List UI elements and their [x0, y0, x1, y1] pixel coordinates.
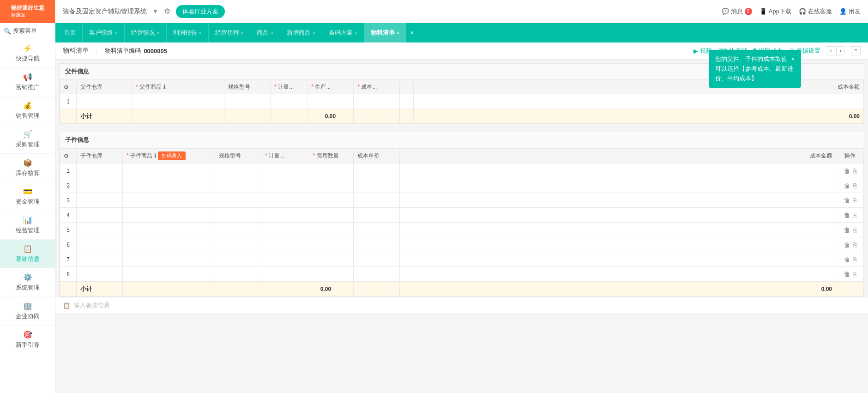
child-unit-8[interactable]	[261, 267, 298, 282]
child-warehouse-8[interactable]	[77, 267, 123, 282]
tab-bom-close[interactable]: ×	[397, 30, 399, 36]
tab-ops-status-close[interactable]: ×	[157, 30, 160, 36]
parent-warehouse-cell[interactable]	[77, 94, 132, 109]
child-quantity-8[interactable]	[298, 267, 354, 282]
copy-row-btn-1[interactable]: ⎘	[853, 167, 856, 175]
child-spec-4[interactable]	[215, 208, 261, 223]
prev-record-btn[interactable]: ‹	[827, 46, 835, 55]
child-quantity-4[interactable]	[298, 208, 354, 223]
sidebar-item-sales[interactable]: 💰 销售管理	[0, 97, 55, 125]
child-warehouse-1[interactable]	[77, 163, 123, 178]
delete-row-btn-8[interactable]: 🗑	[844, 271, 850, 278]
parent-cost-cell[interactable]	[354, 94, 400, 109]
copy-row-btn-8[interactable]: ⎘	[853, 271, 856, 278]
child-spec-3[interactable]	[215, 193, 261, 208]
sidebar-item-finance[interactable]: 💳 资金管理	[0, 182, 55, 211]
tab-customer[interactable]: 客户联络 ×	[83, 23, 125, 42]
tab-barcode-close[interactable]: ×	[355, 30, 357, 36]
child-unit-cost-4[interactable]	[354, 208, 400, 223]
child-unit-6[interactable]	[261, 237, 298, 252]
sidebar-item-quick-nav[interactable]: ⚡ 快捷导航	[0, 39, 55, 68]
message-btn[interactable]: 💬 消息 6	[722, 7, 752, 16]
child-spec-6[interactable]	[215, 237, 261, 252]
next-record-btn[interactable]: ›	[836, 46, 844, 55]
tab-profit[interactable]: 利润报告 ×	[167, 23, 209, 42]
child-quantity-2[interactable]	[298, 178, 354, 193]
child-product-7[interactable]	[123, 252, 215, 267]
tab-add-goods[interactable]: 新增商品 ×	[280, 23, 322, 42]
child-warehouse-6[interactable]	[77, 237, 123, 252]
child-unit-7[interactable]	[261, 252, 298, 267]
close-all-tabs[interactable]: ×	[406, 29, 417, 36]
copy-row-btn-7[interactable]: ⎘	[853, 256, 856, 263]
tab-ops-history-close[interactable]: ×	[241, 30, 244, 36]
child-spec-1[interactable]	[215, 163, 261, 178]
child-warehouse-7[interactable]	[77, 252, 123, 267]
child-product-1[interactable]	[123, 163, 215, 178]
sidebar-item-system[interactable]: ⚙️ 系统管理	[0, 268, 55, 297]
tab-profit-close[interactable]: ×	[199, 30, 202, 36]
list-view-btn[interactable]: ≡	[851, 46, 861, 55]
settings-icon[interactable]: ⚙	[164, 7, 170, 16]
child-unit-cost-7[interactable]	[354, 252, 400, 267]
parent-spec-cell[interactable]	[224, 94, 271, 109]
tab-home[interactable]: 首页	[57, 23, 83, 42]
child-product-3[interactable]	[123, 193, 215, 208]
copy-row-btn-2[interactable]: ⎘	[853, 182, 856, 189]
child-unit-cost-8[interactable]	[354, 267, 400, 282]
sidebar-item-basic-info[interactable]: 📋 基础信息	[0, 240, 55, 268]
child-product-2[interactable]	[123, 178, 215, 193]
delete-row-btn-2[interactable]: 🗑	[844, 182, 850, 189]
tab-goods-close[interactable]: ×	[271, 30, 273, 36]
dropdown-arrow-icon[interactable]: ▼	[152, 8, 158, 15]
child-unit-1[interactable]	[261, 163, 298, 178]
child-unit-cost-5[interactable]	[354, 223, 400, 237]
child-quantity-3[interactable]	[298, 193, 354, 208]
user-btn[interactable]: 👤 用友	[839, 7, 861, 16]
child-quantity-1[interactable]	[298, 163, 354, 178]
child-warehouse-5[interactable]	[77, 223, 123, 237]
child-product-8[interactable]	[123, 267, 215, 282]
delete-row-btn-6[interactable]: 🗑	[844, 241, 850, 248]
tab-barcode[interactable]: 条码方案 ×	[322, 23, 364, 42]
child-unit-cost-3[interactable]	[354, 193, 400, 208]
note-placeholder[interactable]: 输入备注信息	[74, 301, 110, 309]
child-unit-3[interactable]	[261, 193, 298, 208]
child-unit-2[interactable]	[261, 178, 298, 193]
parent-product-cell[interactable]	[132, 94, 224, 109]
tooltip-close-btn[interactable]: ×	[791, 54, 795, 64]
child-product-6[interactable]	[123, 237, 215, 252]
child-quantity-5[interactable]	[298, 223, 354, 237]
child-unit-5[interactable]	[261, 223, 298, 237]
copy-row-btn-6[interactable]: ⎘	[853, 241, 856, 248]
copy-row-btn-5[interactable]: ⎘	[853, 226, 856, 234]
sidebar-item-operations[interactable]: 📊 经营管理	[0, 211, 55, 240]
tab-add-goods-close[interactable]: ×	[313, 30, 315, 36]
tab-goods[interactable]: 商品 ×	[250, 23, 280, 42]
child-spec-2[interactable]	[215, 178, 261, 193]
delete-row-btn-1[interactable]: 🗑	[844, 167, 850, 175]
child-spec-8[interactable]	[215, 267, 261, 282]
sidebar-item-guide[interactable]: 🎯 新手引导	[0, 326, 55, 354]
child-warehouse-2[interactable]	[77, 178, 123, 193]
child-unit-cost-6[interactable]	[354, 237, 400, 252]
child-unit-4[interactable]	[261, 208, 298, 223]
child-col-settings[interactable]: ⚙	[60, 149, 77, 163]
child-unit-cost-1[interactable]	[354, 163, 400, 178]
parent-unit-cell[interactable]	[271, 94, 307, 109]
child-spec-7[interactable]	[215, 252, 261, 267]
child-warehouse-4[interactable]	[77, 208, 123, 223]
delete-row-btn-5[interactable]: 🗑	[844, 226, 850, 234]
sidebar-item-purchase[interactable]: 🛒 采购管理	[0, 125, 55, 154]
child-quantity-7[interactable]	[298, 252, 354, 267]
tab-bom[interactable]: 物料清单 ×	[364, 23, 406, 42]
scan-input-btn[interactable]: 扫码录入	[158, 151, 186, 160]
tab-customer-close[interactable]: ×	[115, 30, 118, 36]
child-product-5[interactable]	[123, 223, 215, 237]
parent-production-cell[interactable]	[307, 94, 354, 109]
parent-col-settings[interactable]: ⚙	[60, 80, 77, 94]
search-menu[interactable]: 🔍 搜索菜单	[0, 23, 55, 39]
tab-ops-status[interactable]: 经营情况 ×	[125, 23, 167, 42]
trial-btn[interactable]: 体验行业方案	[176, 5, 225, 18]
sidebar-item-marketing[interactable]: 📢 营销推广	[0, 68, 55, 97]
